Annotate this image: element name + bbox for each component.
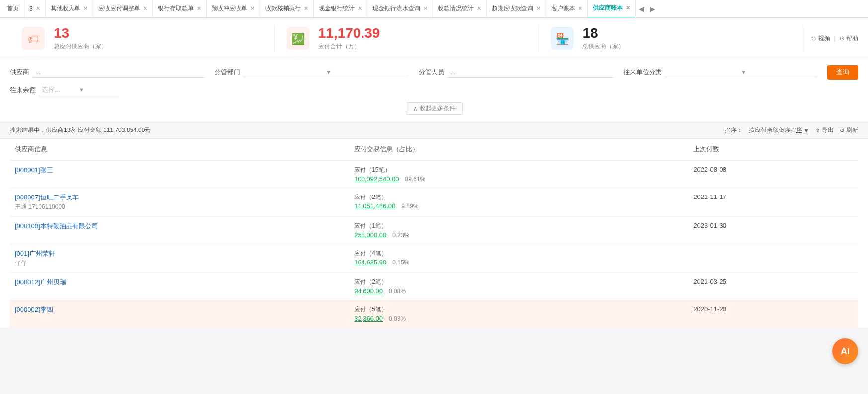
scroll-area[interactable]: 供应商信息 应付交易信息（占比） 上次付数 [000001]张三应付（15笔）1…: [10, 139, 858, 328]
tx-percentage: 0.23%: [392, 232, 409, 239]
help-link[interactable]: ⊙ 帮助: [840, 34, 858, 43]
balance-select-value: 选择...: [42, 85, 79, 94]
nav-tab-cash-flow[interactable]: 现金银行流水查询 ✕: [367, 0, 433, 18]
result-bar: 搜索结果中，供应商13家 应付金额 111,703,854.00元 排序： 按应…: [0, 122, 868, 139]
svg-text:🏷: 🏷: [28, 33, 39, 45]
search-button[interactable]: 查询: [827, 65, 858, 80]
supplier-link[interactable]: [000002]李四: [15, 306, 53, 313]
nav-tab-other-income[interactable]: 其他收入单 ✕: [46, 0, 93, 18]
supplier-cell: [001]广州荣轩仔仔: [10, 244, 349, 273]
person-filter-input[interactable]: [447, 67, 613, 78]
nav-tab-prepay-close[interactable]: ✕: [250, 5, 255, 12]
nav-tab-3-close[interactable]: ✕: [36, 5, 40, 12]
tx-percentage: 0.08%: [389, 288, 406, 295]
supplier-filter-label: 供应商: [10, 68, 29, 77]
tx-amount[interactable]: 94,600.00: [354, 287, 383, 295]
supplier-link[interactable]: [000100]本特勤油品有限公司: [15, 222, 98, 230]
summary-bar: 🏷 13 总应付供应商（家） 💹 11,170.39 应付合计（万） 🏪: [0, 18, 868, 59]
collapse-button[interactable]: ∧ 收起更多条件: [406, 102, 463, 115]
supplier-link[interactable]: [001]广州荣轩: [15, 250, 55, 257]
supplier-cell: [000002]李四: [10, 300, 349, 328]
nav-next-arrow[interactable]: ▶: [647, 0, 658, 18]
dept-filter-label: 分管部门: [215, 68, 240, 77]
category-filter-label: 往来单位分类: [623, 68, 662, 77]
summary-card-payable-total: 💹 11,170.39 应付合计（万）: [275, 25, 539, 52]
collapse-chevron-icon: ∧: [413, 105, 418, 112]
supplier-table: 供应商信息 应付交易信息（占比） 上次付数 [000001]张三应付（15笔）1…: [10, 139, 858, 328]
nav-tab-collection[interactable]: 收款核销执行 ✕: [260, 0, 314, 18]
nav-tab-3[interactable]: 3 ✕: [24, 0, 46, 18]
nav-prev-arrow[interactable]: ◀: [636, 0, 647, 18]
tx-percentage: 0.15%: [392, 259, 409, 266]
sort-select[interactable]: 按应付余额倒序排序 ▼: [749, 126, 809, 134]
export-icon: ⇪: [815, 127, 820, 134]
tx-cell: 应付（2笔）11,051,486.009.89%: [349, 188, 688, 217]
nav-tab-prepay[interactable]: 预收冲应收单 ✕: [207, 0, 260, 18]
tx-cell: 应付（15笔）100,092,540.0089.61%: [349, 160, 688, 188]
nav-tab-cash-flow-close[interactable]: ✕: [423, 5, 428, 12]
col-header-supplier: 供应商信息: [10, 139, 349, 160]
nav-tab-customer-ledger[interactable]: 客户账本 ✕: [546, 0, 588, 18]
nav-tab-collection-stat-close[interactable]: ✕: [477, 5, 481, 12]
dept-select-arrow: ▼: [326, 69, 406, 75]
supplier-link[interactable]: [000012]广州贝瑞: [15, 278, 66, 286]
nav-tab-overdue-ar[interactable]: 超期应收款查询 ✕: [487, 0, 546, 18]
nav-tab-cash-bank-stat-close[interactable]: ✕: [358, 5, 362, 12]
table-header-row: 供应商信息 应付交易信息（占比） 上次付数: [10, 139, 858, 160]
nav-tab-supplier-ledger-close[interactable]: ✕: [626, 5, 630, 11]
export-button[interactable]: ⇪ 导出: [815, 126, 834, 134]
total-suppliers-number: 18: [582, 26, 624, 41]
payable-total-icon: 💹: [285, 25, 311, 52]
nav-tab-collection-stat[interactable]: 收款情况统计 ✕: [433, 0, 487, 18]
tx-cell: 应付（2笔）94,600.000.08%: [349, 273, 688, 300]
nav-tab-home[interactable]: 首页: [2, 0, 24, 18]
nav-tab-3-label: 3: [29, 5, 33, 12]
nav-tab-ar-ap-adjust-close[interactable]: ✕: [143, 5, 147, 12]
last-pay-cell: 2023-01-30: [688, 217, 858, 244]
tx-amount[interactable]: 11,051,486.00: [354, 202, 395, 210]
nav-tab-cash-bank-stat[interactable]: 现金银行统计 ✕: [314, 0, 367, 18]
nav-tab-collection-close[interactable]: ✕: [304, 5, 308, 12]
video-link[interactable]: ⊙ 视频: [811, 34, 830, 43]
payable-suppliers-icon: 🏷: [20, 25, 47, 52]
nav-tab-ar-ap-adjust-label: 应收应付调整单: [98, 4, 140, 13]
filter-bar: 供应商 分管部门 ▼ 分管人员 往来单位分类 ▼ 查询 往来余额 选择: [0, 59, 868, 122]
supplier-filter-input[interactable]: [32, 67, 205, 78]
refresh-button[interactable]: ↺ 刷新: [840, 126, 858, 134]
supplier-link[interactable]: [000007]恒旺二手叉车: [15, 194, 79, 201]
nav-tab-bank-deposit[interactable]: 银行存取款单 ✕: [153, 0, 207, 18]
nav-tab-overdue-ar-close[interactable]: ✕: [536, 5, 541, 12]
nav-tab-ar-ap-adjust[interactable]: 应收应付调整单 ✕: [93, 0, 153, 18]
nav-tab-customer-ledger-close[interactable]: ✕: [578, 5, 582, 12]
tx-amount[interactable]: 164,635.90: [354, 259, 386, 266]
supplier-sub-info: 王通 17106110000: [15, 203, 344, 211]
nav-tab-cash-flow-label: 现金银行流水查询: [372, 4, 420, 13]
top-navigation: 首页 3 ✕ 其他收入单 ✕ 应收应付调整单 ✕ 银行存取款单 ✕ 预收冲应收单…: [0, 0, 868, 18]
total-suppliers-icon: 🏪: [549, 25, 576, 52]
collapse-bar: ∧ 收起更多条件: [10, 100, 858, 118]
filter-person: 分管人员: [419, 67, 613, 78]
supplier-cell: [000012]广州贝瑞: [10, 273, 349, 300]
collapse-button-label: 收起更多条件: [420, 104, 455, 113]
balance-select-arrow: ▼: [79, 87, 116, 93]
table-row: [000001]张三应付（15笔）100,092,540.0089.61%202…: [10, 160, 858, 188]
nav-tab-supplier-ledger[interactable]: 供应商账本 ✕: [588, 0, 636, 18]
nav-tab-other-income-close[interactable]: ✕: [83, 5, 88, 12]
nav-tab-supplier-ledger-label: 供应商账本: [593, 4, 623, 12]
tx-amount[interactable]: 258,000.00: [354, 231, 386, 239]
tx-amount[interactable]: 100,092,540.00: [354, 175, 399, 183]
supplier-link[interactable]: [000001]张三: [15, 166, 53, 174]
category-filter-select[interactable]: ▼: [665, 68, 818, 77]
tx-amount[interactable]: 32,366.00: [354, 315, 383, 322]
payable-total-number: 11,170.39: [318, 26, 380, 41]
supplier-sub-info: 仔仔: [15, 259, 344, 267]
svg-text:💹: 💹: [291, 32, 305, 46]
nav-tab-bank-deposit-close[interactable]: ✕: [197, 5, 201, 12]
refresh-icon: ↺: [840, 127, 845, 134]
dept-filter-select[interactable]: ▼: [243, 68, 409, 77]
last-pay-cell: [688, 244, 858, 273]
balance-filter-select[interactable]: 选择... ▼: [39, 84, 119, 96]
tx-label: 应付（15笔）: [354, 166, 683, 174]
filter-supplier: 供应商: [10, 67, 205, 78]
sort-select-value: 按应付余额倒序排序: [749, 126, 802, 134]
